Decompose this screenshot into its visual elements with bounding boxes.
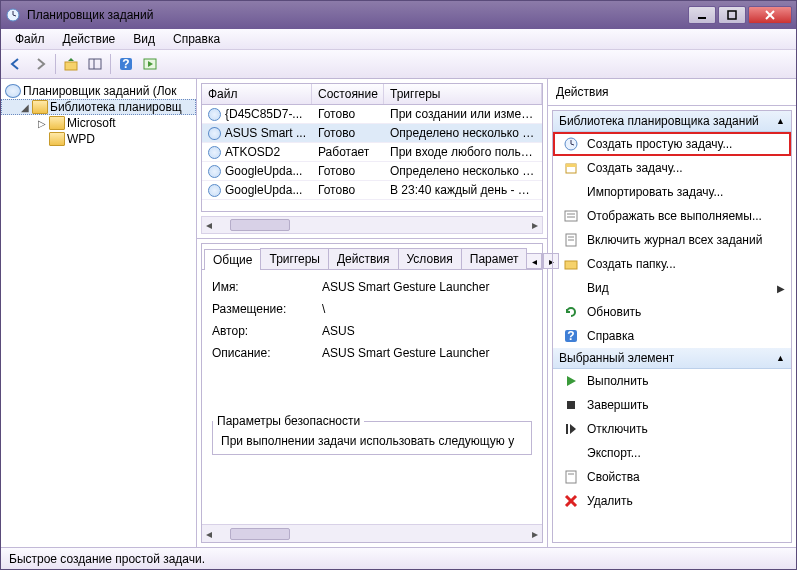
tree-library[interactable]: ◢ Библиотека планировщ [1, 99, 196, 115]
tab-general[interactable]: Общие [204, 249, 261, 270]
cell-file: ASUS Smart ... [225, 126, 306, 140]
collapse-icon[interactable]: ◢ [20, 102, 30, 113]
properties-icon [563, 469, 579, 485]
minimize-button[interactable] [688, 6, 716, 24]
svg-rect-17 [566, 164, 576, 167]
collapse-icon[interactable]: ▲ [776, 353, 785, 363]
desc-label: Описание: [212, 346, 322, 360]
expand-icon[interactable]: ▷ [37, 118, 47, 129]
task-icon [563, 160, 579, 176]
table-row[interactable]: GoogleUpda...ГотовоОпределено несколько … [202, 162, 542, 181]
actions-section-library[interactable]: Библиотека планировщика заданий ▲ [553, 111, 791, 132]
svg-text:?: ? [567, 329, 574, 343]
scroll-right-icon[interactable]: ▸ [528, 218, 542, 232]
clock-icon [208, 165, 221, 178]
action-refresh[interactable]: Обновить [553, 300, 791, 324]
stop-icon [563, 397, 579, 413]
name-label: Имя: [212, 280, 322, 294]
help-button[interactable]: ? [115, 53, 137, 75]
scroll-left-icon[interactable]: ◂ [202, 527, 216, 541]
action-create-basic-task[interactable]: Создать простую задачу... [553, 132, 791, 156]
menu-action[interactable]: Действие [55, 31, 124, 47]
svg-rect-8 [89, 59, 101, 69]
table-row[interactable]: ASUS Smart ...ГотовоОпределено несколько… [202, 124, 542, 143]
action-run[interactable]: Выполнить [553, 369, 791, 393]
refresh-icon [563, 304, 579, 320]
action-view[interactable]: Вид ▶ [553, 276, 791, 300]
details-panel: Общие Триггеры Действия Условия Парамет … [201, 243, 543, 543]
col-file[interactable]: Файл [202, 84, 312, 104]
name-value: ASUS Smart Gesture Launcher [322, 280, 532, 294]
clock-icon [208, 146, 221, 159]
close-button[interactable] [748, 6, 792, 24]
forward-button[interactable] [29, 53, 51, 75]
horizontal-scrollbar[interactable]: ◂ ▸ [202, 524, 542, 542]
col-triggers[interactable]: Триггеры [384, 84, 542, 104]
toolbar-separator [110, 54, 111, 74]
tab-triggers[interactable]: Триггеры [260, 248, 329, 269]
tab-actions[interactable]: Действия [328, 248, 399, 269]
folder-icon [32, 100, 48, 114]
action-label: Справка [587, 329, 634, 343]
menu-help[interactable]: Справка [165, 31, 228, 47]
clock-icon [208, 127, 221, 140]
maximize-button[interactable] [718, 6, 746, 24]
run-button[interactable] [139, 53, 161, 75]
action-disable[interactable]: Отключить [553, 417, 791, 441]
action-import-task[interactable]: Импортировать задачу... [553, 180, 791, 204]
tab-params[interactable]: Парамет [461, 248, 528, 269]
action-delete[interactable]: Удалить [553, 489, 791, 513]
task-scheduler-window: Планировщик заданий Файл Действие Вид Сп… [0, 0, 797, 570]
title-bar[interactable]: Планировщик заданий [1, 1, 796, 29]
action-create-task[interactable]: Создать задачу... [553, 156, 791, 180]
action-label: Импортировать задачу... [587, 185, 723, 199]
table-row[interactable]: {D45C85D7-...ГотовоПри создании или изме… [202, 105, 542, 124]
actions-section-selected[interactable]: Выбранный элемент ▲ [553, 348, 791, 369]
svg-rect-18 [565, 211, 577, 221]
tree-label: Microsoft [67, 116, 116, 130]
tree-item-wpd[interactable]: WPD [1, 131, 196, 147]
task-grid[interactable]: Файл Состояние Триггеры {D45C85D7-...Гот… [201, 83, 543, 212]
tree-root[interactable]: Планировщик заданий (Лок [1, 83, 196, 99]
navigation-tree[interactable]: Планировщик заданий (Лок ◢ Библиотека пл… [1, 79, 197, 547]
section-title: Библиотека планировщика заданий [559, 114, 759, 128]
collapse-icon[interactable]: ▲ [776, 116, 785, 126]
svg-rect-29 [566, 471, 576, 483]
clock-icon [208, 184, 221, 197]
menu-view[interactable]: Вид [125, 31, 163, 47]
cell-trigger: При входе любого пользова [384, 143, 542, 161]
action-new-folder[interactable]: Создать папку... [553, 252, 791, 276]
folder-icon [49, 132, 65, 146]
security-legend: Параметры безопасности [213, 414, 364, 428]
security-text: При выполнении задачи использовать следу… [213, 428, 531, 454]
horizontal-scrollbar[interactable]: ◂ ▸ [201, 216, 543, 234]
action-label: Создать задачу... [587, 161, 683, 175]
scroll-left-icon[interactable]: ◂ [202, 218, 216, 232]
action-label: Создать простую задачу... [587, 137, 732, 151]
location-label: Размещение: [212, 302, 322, 316]
cell-file: GoogleUpda... [225, 183, 302, 197]
up-folder-button[interactable] [60, 53, 82, 75]
table-row[interactable]: GoogleUpda...ГотовоВ 23:40 каждый день -… [202, 181, 542, 200]
scroll-thumb[interactable] [230, 219, 290, 231]
tree-item-microsoft[interactable]: ▷ Microsoft [1, 115, 196, 131]
menu-file[interactable]: Файл [7, 31, 53, 47]
back-button[interactable] [5, 53, 27, 75]
action-end[interactable]: Завершить [553, 393, 791, 417]
action-help[interactable]: ? Справка [553, 324, 791, 348]
col-state[interactable]: Состояние [312, 84, 384, 104]
action-properties[interactable]: Свойства [553, 465, 791, 489]
actions-panel[interactable]: Библиотека планировщика заданий ▲ Создат… [552, 110, 792, 543]
scroll-right-icon[interactable]: ▸ [528, 527, 542, 541]
panes-button[interactable] [84, 53, 106, 75]
status-bar: Быстрое создание простой задачи. [1, 547, 796, 569]
action-enable-history[interactable]: Включить журнал всех заданий [553, 228, 791, 252]
scroll-thumb[interactable] [230, 528, 290, 540]
action-show-running[interactable]: Отображать все выполняемы... [553, 204, 791, 228]
action-export[interactable]: Экспорт... [553, 441, 791, 465]
table-row[interactable]: ATKOSD2РаботаетПри входе любого пользова [202, 143, 542, 162]
tab-scroll-left[interactable]: ◂ [526, 253, 542, 269]
tab-conditions[interactable]: Условия [398, 248, 462, 269]
action-label: Экспорт... [587, 446, 641, 460]
help-icon: ? [563, 328, 579, 344]
